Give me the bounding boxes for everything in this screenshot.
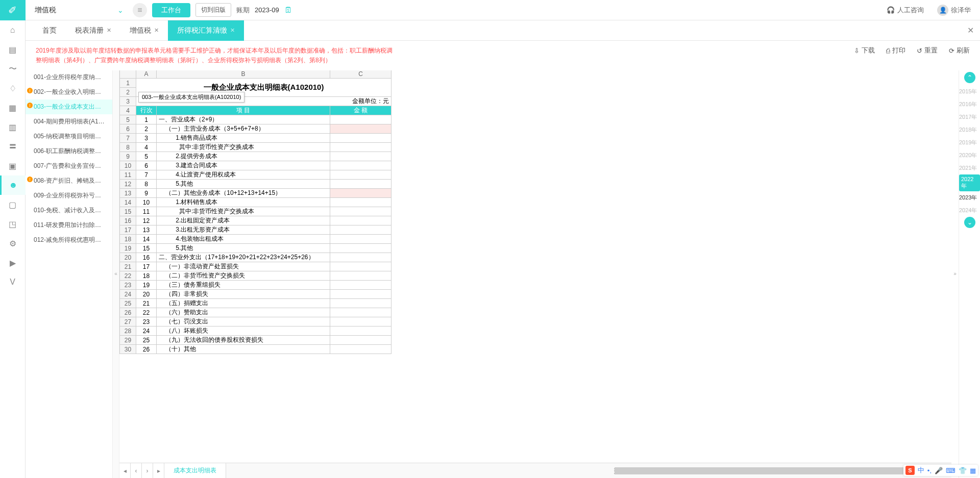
tab-1[interactable]: 税表清册✕ [66, 20, 120, 41]
nav-home-icon[interactable]: ⌂ [0, 20, 26, 40]
tab-bar: 首页税表清册✕增值税✕所得税汇算清缴✕ ✕ [26, 20, 980, 41]
username: 徐泽华 [951, 6, 971, 15]
tab-0[interactable]: 首页 [33, 20, 66, 41]
nav-report-icon[interactable]: ▥ [0, 117, 26, 137]
year-down-button[interactable]: ⌄ [964, 217, 975, 228]
close-icon[interactable]: ✕ [154, 27, 159, 34]
year-2020年[interactable]: 2020年 [959, 149, 980, 162]
collapse-handle[interactable]: « [112, 69, 119, 478]
form-item-3[interactable]: 004-期间费用明细表(A1040... [26, 114, 112, 129]
nav-archive-icon[interactable]: ▢ [0, 195, 26, 214]
download-icon: ⇩ [854, 47, 860, 55]
form-item-2[interactable]: 003-一般企业成本支出明细... [26, 99, 112, 114]
nav-chart-icon[interactable]: 〜 [0, 59, 26, 79]
nav-gear-icon[interactable]: ⚙ [0, 234, 26, 253]
avatar-icon: 👤 [937, 5, 948, 16]
spreadsheet: ABC1一般企业成本支出明细表(A102010)003-一般企业成本支出明细表(… [119, 69, 951, 478]
nav-inbox-icon[interactable]: ◳ [0, 214, 26, 234]
form-item-10[interactable]: 011-研发费用加计扣除优惠... [26, 218, 112, 233]
print-button[interactable]: ⎙打印 [886, 46, 905, 55]
year-rail: ⌃ 2015年2016年2017年2018年2019年2020年2021年202… [959, 69, 980, 478]
ime-skin-icon[interactable]: 👕 [959, 467, 967, 474]
nav-building-icon[interactable]: 〓 [0, 137, 26, 156]
year-2015年[interactable]: 2015年 [959, 85, 980, 98]
nav-money-icon[interactable]: ♢ [0, 79, 26, 98]
ime-lang[interactable]: 中 [918, 466, 924, 475]
ime-bar[interactable]: S 中 •, 🎤 ⌨ 👕 ▦ [903, 465, 978, 476]
ime-mic-icon[interactable]: 🎤 [935, 467, 943, 474]
icon-sidebar: ✐ ⌂ ▤ 〜 ♢ ▦ ▥ 〓 ▣ ☻ ▢ ◳ ⚙ ▶ V [0, 0, 26, 478]
ime-logo-icon: S [905, 466, 915, 475]
horizontal-scrollbar[interactable]: ⋮ [226, 467, 951, 474]
nav-calendar-icon[interactable]: ▣ [0, 156, 26, 175]
form-item-9[interactable]: 010-免税、减计收入及加计... [26, 203, 112, 218]
forms-list: 001-企业所得税年度纳税申...002-一般企业收入明细表(A...003-一… [26, 69, 112, 478]
tab-2[interactable]: 增值税✕ [120, 20, 168, 41]
reset-button[interactable]: ↺重置 [917, 46, 938, 55]
calendar-icon[interactable]: 🗓 [284, 6, 292, 15]
form-item-11[interactable]: 012-减免所得税优惠明细表(... [26, 233, 112, 247]
year-2022年[interactable]: 2022年 [959, 174, 980, 191]
company-name: 增值税 [35, 6, 56, 15]
nav-doc-icon[interactable]: ▤ [0, 40, 26, 59]
ime-keyboard-icon[interactable]: ⌨ [946, 467, 955, 474]
sheet-tabs: ◂ ‹ › ▸ 成本支出明细表 ⋮ [119, 463, 951, 478]
chevron-down-icon: ⌄ [117, 6, 124, 14]
form-item-1[interactable]: 002-一般企业收入明细表(A... [26, 85, 112, 99]
print-icon: ⎙ [886, 47, 890, 55]
nav-video-icon[interactable]: ▶ [0, 253, 26, 272]
app-logo: ✐ [0, 0, 26, 20]
year-2017年[interactable]: 2017年 [959, 111, 980, 123]
year-2021年[interactable]: 2021年 [959, 162, 980, 174]
sheet-nav-next[interactable]: › [142, 463, 153, 479]
nav-clipboard-icon[interactable]: ▦ [0, 98, 26, 117]
reset-icon: ↺ [917, 47, 922, 55]
refresh-button[interactable]: ⟳刷新 [949, 46, 970, 55]
ime-toolbox-icon[interactable]: ▦ [970, 467, 976, 474]
period-label: 账期 [236, 6, 250, 15]
close-all-tabs-icon[interactable]: ✕ [967, 26, 974, 35]
year-2024年[interactable]: 2024年 [959, 204, 980, 217]
year-2018年[interactable]: 2018年 [959, 123, 980, 136]
workbench-button[interactable]: 工作台 [152, 3, 190, 17]
header-circle-button[interactable]: ≡ [133, 3, 147, 17]
year-up-button[interactable]: ⌃ [964, 72, 975, 83]
refresh-icon: ⟳ [949, 47, 954, 55]
sheet-nav-last[interactable]: ▸ [153, 463, 164, 479]
form-item-4[interactable]: 005-纳税调整项目明细表(A... [26, 129, 112, 144]
nav-v-icon[interactable]: V [0, 272, 26, 292]
close-icon[interactable]: ✕ [107, 27, 111, 34]
sheet-nav-prev[interactable]: ‹ [131, 463, 142, 479]
sheet-nav-first[interactable]: ◂ [119, 463, 131, 479]
expand-handle-right[interactable]: » [951, 69, 959, 478]
year-2019年[interactable]: 2019年 [959, 136, 980, 149]
form-item-0[interactable]: 001-企业所得税年度纳税申... [26, 70, 112, 85]
tab-3[interactable]: 所得税汇算清缴✕ [168, 20, 244, 41]
period-value: 2023-09 [255, 6, 279, 14]
form-item-7[interactable]: 008-资产折旧、摊销及纳税... [26, 173, 112, 188]
toolbar: ⇩下载 ⎙打印 ↺重置 ⟳刷新 [854, 46, 970, 65]
warning-text: 2019年度涉及取以前年度结转数据的申报表单元格需要手工维护正确，才能保证本年及… [36, 46, 393, 65]
user-menu[interactable]: 👤 徐泽华 [933, 5, 975, 16]
old-version-button[interactable]: 切到旧版 [195, 3, 231, 17]
year-2016年[interactable]: 2016年 [959, 98, 980, 111]
headset-icon: 🎧 [887, 6, 895, 14]
company-dropdown[interactable]: 增值税 ⌄ [31, 6, 128, 15]
form-item-6[interactable]: 007-广告费和业务宣传费跨... [26, 159, 112, 173]
ime-punct-icon[interactable]: •, [927, 467, 932, 474]
close-icon[interactable]: ✕ [230, 27, 235, 34]
sheet-tab-active[interactable]: 成本支出明细表 [164, 463, 226, 479]
form-item-5[interactable]: 006-职工薪酬纳税调整明细... [26, 144, 112, 159]
year-2023年[interactable]: 2023年 [959, 191, 980, 204]
nav-tax-icon[interactable]: ☻ [0, 175, 26, 195]
consult-button[interactable]: 🎧 人工咨询 [883, 6, 928, 15]
header: 增值税 ⌄ ≡ 工作台 切到旧版 账期 2023-09 🗓 🎧 人工咨询 👤 徐… [26, 0, 980, 20]
download-button[interactable]: ⇩下载 [854, 46, 875, 55]
form-item-8[interactable]: 009-企业所得税弥补亏损明... [26, 188, 112, 203]
